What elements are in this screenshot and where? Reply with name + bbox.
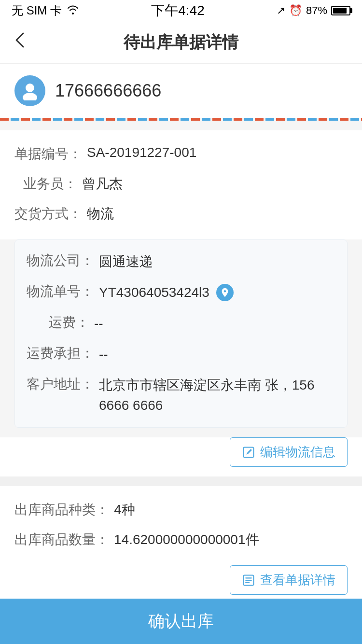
edit-logistics-button[interactable]: 编辑物流信息 bbox=[230, 437, 348, 467]
confirm-button-label: 确认出库 bbox=[148, 610, 214, 632]
basic-info-section: 单据编号： SA-20191227-001 业务员： 曾凡杰 交货方式： 物流 bbox=[0, 130, 362, 239]
goods-quantity-row: 出库商品数量： 14.620000000000001件 bbox=[14, 531, 348, 549]
delivery-label: 交货方式： bbox=[14, 205, 87, 223]
goods-types-row: 出库商品种类： 4种 bbox=[14, 501, 348, 519]
wifi-icon bbox=[67, 4, 79, 17]
staff-value: 曾凡杰 bbox=[82, 175, 348, 193]
tracking-location-button[interactable] bbox=[216, 284, 234, 301]
staff-label: 业务员： bbox=[14, 175, 82, 193]
tracking-label: 物流单号： bbox=[27, 282, 99, 301]
tracking-row: 物流单号： YT43064053424l3 bbox=[27, 282, 335, 303]
doc-number-row: 单据编号： SA-20191227-001 bbox=[14, 145, 348, 163]
status-bar: 无 SIM 卡 下午4:42 ↗ ⏰ 87% bbox=[0, 0, 362, 21]
confirm-button[interactable]: 确认出库 bbox=[0, 599, 362, 644]
battery-fill bbox=[333, 8, 347, 14]
freight-bear-value: -- bbox=[99, 344, 335, 364]
dashed-divider bbox=[0, 118, 362, 121]
tracking-value: YT43064053424l3 bbox=[99, 282, 335, 303]
status-right: ↗ ⏰ 87% bbox=[277, 4, 350, 17]
goods-types-label: 出库商品种类： bbox=[14, 501, 114, 519]
address-value: 北京市市辖区海淀区永丰南 张，156 6666 6666 bbox=[99, 375, 335, 416]
edit-logistics-label: 编辑物流信息 bbox=[260, 444, 335, 461]
doc-number-label: 单据编号： bbox=[14, 145, 87, 163]
freight-row: 运费： -- bbox=[27, 313, 335, 334]
alarm-icon: ⏰ bbox=[289, 4, 302, 17]
status-left: 无 SIM 卡 bbox=[12, 3, 79, 18]
battery-icon bbox=[331, 6, 350, 15]
user-header: 17666666666 bbox=[0, 64, 362, 118]
page-title: 待出库单据详情 bbox=[124, 31, 238, 54]
section-divider bbox=[0, 476, 362, 486]
goods-quantity-label: 出库商品数量： bbox=[14, 531, 114, 549]
company-row: 物流公司： 圆通速递 bbox=[27, 252, 335, 272]
logistics-card: 物流公司： 圆通速递 物流单号： YT43064053424l3 运费： -- … bbox=[14, 239, 348, 428]
company-value: 圆通速递 bbox=[99, 252, 335, 272]
status-time: 下午4:42 bbox=[151, 1, 205, 20]
back-button[interactable] bbox=[14, 31, 25, 53]
goods-section: 出库商品种类： 4种 出库商品数量： 14.620000000000001件 bbox=[0, 486, 362, 565]
address-label: 客户地址： bbox=[27, 375, 99, 393]
staff-row: 业务员： 曾凡杰 bbox=[14, 175, 348, 193]
svg-point-0 bbox=[26, 84, 34, 92]
avatar bbox=[14, 75, 45, 106]
svg-point-1 bbox=[23, 93, 37, 100]
view-detail-label: 查看单据详情 bbox=[260, 572, 335, 588]
doc-number-value: SA-20191227-001 bbox=[87, 145, 348, 160]
delivery-value: 物流 bbox=[87, 205, 348, 223]
delivery-row: 交货方式： 物流 bbox=[14, 205, 348, 223]
company-label: 物流公司： bbox=[27, 252, 99, 270]
carrier-label: 无 SIM 卡 bbox=[12, 3, 62, 18]
edit-btn-row: 编辑物流信息 bbox=[0, 437, 362, 476]
freight-bear-label: 运费承担： bbox=[27, 344, 99, 363]
goods-types-value: 4种 bbox=[114, 501, 348, 519]
user-phone: 17666666666 bbox=[55, 81, 161, 101]
freight-bear-row: 运费承担： -- bbox=[27, 344, 335, 364]
location-status-icon: ↗ bbox=[277, 4, 285, 17]
freight-label: 运费： bbox=[27, 313, 94, 332]
view-detail-button[interactable]: 查看单据详情 bbox=[230, 565, 348, 595]
goods-quantity-value: 14.620000000000001件 bbox=[114, 531, 348, 549]
freight-value: -- bbox=[94, 313, 335, 334]
nav-bar: 待出库单据详情 bbox=[0, 21, 362, 64]
battery-label: 87% bbox=[306, 4, 327, 17]
address-row: 客户地址： 北京市市辖区海淀区永丰南 张，156 6666 6666 bbox=[27, 375, 335, 416]
